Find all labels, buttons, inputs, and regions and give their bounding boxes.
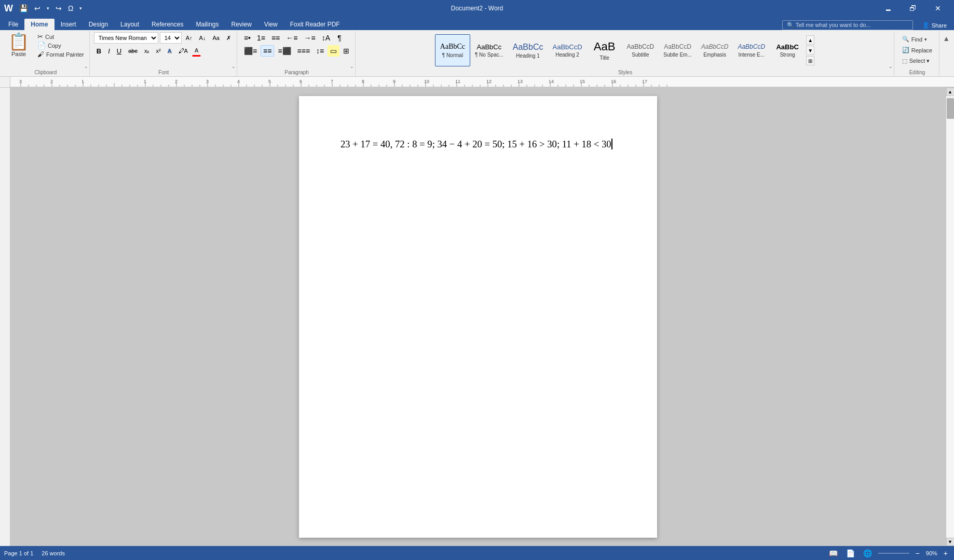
text-effects-button[interactable]: A [165,45,174,57]
sort-button[interactable]: ↕A [319,32,333,44]
undo-dropdown-icon[interactable]: ▾ [45,5,51,12]
tab-file[interactable]: File [2,19,24,30]
style-h1-preview: AaBbCc [513,42,543,52]
tab-layout[interactable]: Layout [114,19,145,30]
align-left-button[interactable]: ⬛≡ [241,45,260,57]
zoom-in-button[interactable]: + [942,548,950,558]
scroll-down-button[interactable]: ▼ [946,538,955,546]
styles-scroll-up[interactable]: ▲ [806,35,814,45]
close-button[interactable]: ✕ [926,0,950,17]
tab-references[interactable]: References [145,19,189,30]
find-button[interactable]: 🔍 Find ▾ [898,34,931,44]
web-layout-button[interactable]: 🌐 [861,548,874,558]
tab-view[interactable]: View [258,19,284,30]
share-button[interactable]: 👤 Share [917,20,952,30]
line-spacing-button[interactable]: ↕≡ [314,45,326,57]
omega-icon[interactable]: Ω [66,3,75,13]
tab-design[interactable]: Design [83,19,114,30]
style-normal[interactable]: AaBbCc ¶ Normal [435,34,470,66]
align-right-button[interactable]: ≡⬛ [275,45,293,57]
scroll-thumb[interactable] [947,98,954,119]
scroll-up-button[interactable]: ▲ [946,88,955,96]
document-content[interactable]: 23 + 17 = 40, 72 : 8 = 9; 34 − 4 + 20 = … [340,138,616,151]
change-case-button[interactable]: Aa [210,32,222,44]
style-emphasis[interactable]: AaBbCcD Emphasis [697,34,733,66]
save-icon[interactable]: 💾 [17,3,30,13]
tab-insert[interactable]: Insert [54,19,83,30]
status-bar: Page 1 of 1 26 words 📖 📄 🌐 − 90% + [0,546,954,560]
style-nospace[interactable]: AaBbCc ¶ No Spac... [470,34,508,66]
style-nospace-preview: AaBbCc [477,43,502,51]
styles-expand-icon[interactable]: ⌄ [889,64,893,69]
clipboard-expand-icon[interactable]: ⌄ [84,64,88,69]
font-name-select[interactable]: Times New Roman [94,32,158,44]
copy-button[interactable]: 📄 Copy [35,41,86,50]
cut-button[interactable]: ✂ Cut [35,32,86,41]
style-heading2[interactable]: AaBbCcD Heading 2 [548,34,587,66]
print-layout-button[interactable]: 📄 [844,548,857,558]
tab-review[interactable]: Review [225,19,257,30]
increase-indent-button[interactable]: →≡ [301,32,318,44]
zoom-slider[interactable] [878,553,909,554]
style-subtleemph[interactable]: AaBbCcD Subtle Em... [659,34,696,66]
style-intenseemph[interactable]: AaBbCcD Intense E... [733,34,770,66]
shading-button[interactable]: ▭ [328,45,339,57]
styles-scroll-down[interactable]: ▼ [806,46,814,55]
multilevel-list-button[interactable]: ≡≡ [269,32,282,44]
strikethrough-button[interactable]: abc [126,45,140,57]
restore-button[interactable]: 🗗 [901,0,925,17]
minimize-button[interactable]: 🗕 [876,0,900,17]
decrease-indent-button[interactable]: ←≡ [283,32,300,44]
font-color-button[interactable]: A [192,45,201,57]
subscript-button[interactable]: x₂ [142,45,152,57]
clear-formatting-button[interactable]: ✗ [224,32,234,44]
style-heading1[interactable]: AaBbCc Heading 1 [508,34,548,66]
bullets-button[interactable]: ≡• [241,32,253,44]
document-area[interactable]: 23 + 17 = 40, 72 : 8 = 9; 34 − 4 + 20 = … [10,88,946,546]
tell-me-input[interactable]: 🔍 Tell me what you want to do... [782,20,913,30]
style-h2-preview: AaBbCcD [553,43,582,51]
font-size-select[interactable]: 14 89101112141618202428364872 [160,32,182,44]
style-subtleemph-label: Subtle Em... [663,52,691,58]
replace-button[interactable]: 🔄 Replace [898,45,936,55]
find-icon: 🔍 [902,36,909,43]
align-center-button[interactable]: ≡≡ [261,45,274,57]
clipboard-group: 📋 Paste ✂ Cut 📄 Copy 🖌 Format Painter Cl… [2,31,90,76]
text-highlight-button[interactable]: 🖍A [176,45,190,57]
show-formatting-button[interactable]: ¶ [334,32,345,44]
zoom-out-button[interactable]: − [914,548,922,558]
redo-icon[interactable]: ↪ [53,3,64,13]
read-mode-button[interactable]: 📖 [827,548,840,558]
increase-font-button[interactable]: A↑ [183,32,195,44]
paragraph-expand-icon[interactable]: ⌄ [350,64,354,69]
style-title[interactable]: AaB Title [587,34,622,66]
superscript-button[interactable]: x² [153,45,163,57]
select-button[interactable]: ⬚ Select ▾ [898,56,934,66]
italic-button[interactable]: I [105,45,113,57]
document-page[interactable]: 23 + 17 = 40, 72 : 8 = 9; 34 − 4 + 20 = … [299,96,657,538]
numbering-button[interactable]: 1≡ [254,32,268,44]
tab-foxit[interactable]: Foxit Reader PDF [284,19,346,30]
title-bar-left: W 💾 ↩ ▾ ↪ Ω ▾ [4,3,84,14]
bold-button[interactable]: B [94,45,104,57]
customize-qa-icon[interactable]: ▾ [77,5,84,12]
collapse-ribbon-button[interactable]: ▲ [942,33,951,44]
styles-group: AaBbCc ¶ Normal AaBbCc ¶ No Spac... AaBb… [357,31,894,76]
underline-button[interactable]: U [114,45,124,57]
share-icon: 👤 [922,22,930,29]
font-expand-icon[interactable]: ⌄ [231,64,236,69]
borders-button[interactable]: ⊞ [340,45,352,57]
select-label: Select ▾ [909,58,930,64]
style-subtitle[interactable]: AaBbCcD Subtitle [622,34,659,66]
style-strong[interactable]: AaBbC Strong [770,34,805,66]
undo-icon[interactable]: ↩ [32,3,43,13]
tab-mailings[interactable]: Mailings [189,19,225,30]
justify-button[interactable]: ≡≡≡ [295,45,313,57]
tab-home[interactable]: Home [24,19,54,30]
styles-more-button[interactable]: ⊞ [806,56,814,65]
format-painter-button[interactable]: 🖌 Format Painter [35,50,86,59]
paste-button[interactable]: 📋 Paste [5,32,32,69]
ribbon: 📋 Paste ✂ Cut 📄 Copy 🖌 Format Painter Cl… [0,30,954,77]
decrease-font-button[interactable]: A↓ [197,32,209,44]
style-h2-label: Heading 2 [555,52,579,58]
